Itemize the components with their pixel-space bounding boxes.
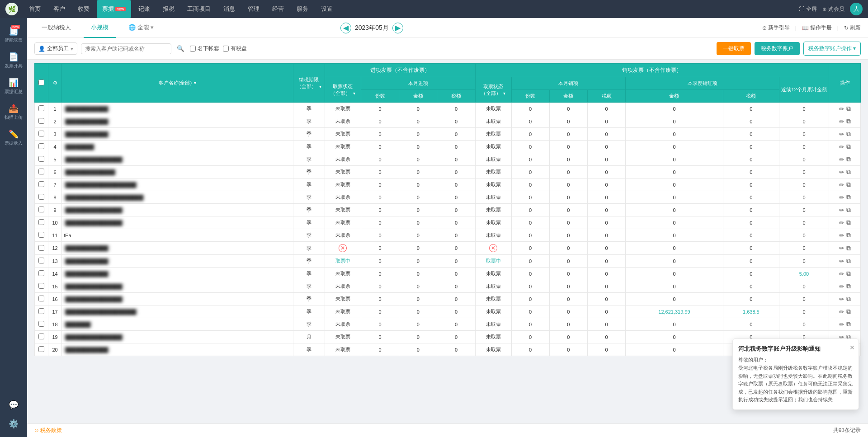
th-out-status[interactable]: 取票状态（全部） ▾ [475,77,511,103]
row-checkbox-cell[interactable] [35,191,48,204]
copy-icon[interactable]: ⧉ [846,219,851,226]
copy-icon[interactable]: ⧉ [846,181,851,188]
copy-icon[interactable]: ⧉ [846,155,851,163]
copy-icon[interactable]: ⧉ [846,231,851,239]
copy-icon[interactable]: ⧉ [846,244,851,252]
nav-item-service[interactable]: 服务 [291,0,314,18]
row-checkbox-cell[interactable] [35,166,48,179]
nav-item-fee[interactable]: 收费 [72,0,95,18]
nav-item-home[interactable]: 首页 [24,0,46,18]
nav-item-tax[interactable]: 报税 [157,0,180,18]
sidebar-item-summary[interactable]: 📊 票据汇总 [0,74,27,98]
sidebar-item-scan-upload[interactable]: 📤 扫描上传 [0,100,27,124]
app-logo[interactable]: 🌿 [5,3,18,15]
row-checkbox[interactable] [38,207,44,212]
edit-icon[interactable]: ✏ [839,258,844,265]
row-checkbox-cell[interactable] [35,115,48,128]
th-settings[interactable]: ⚙ [48,64,62,103]
row-checkbox[interactable] [38,181,44,187]
digital-tax-btn[interactable]: 税务数字账户 [755,42,800,55]
edit-icon[interactable]: ✏ [839,118,844,125]
select-all-checkbox[interactable] [38,80,44,85]
row-checkbox[interactable] [38,283,44,289]
copy-icon[interactable]: ⧉ [846,117,851,125]
row-checkbox[interactable] [38,232,44,238]
refresh-link[interactable]: ↻ 刷新 [844,24,861,32]
edit-icon[interactable]: ✏ [839,296,844,303]
row-checkbox[interactable] [38,143,44,149]
one-click-btn[interactable]: 一键取票 [717,42,751,55]
row-checkbox-cell[interactable] [35,318,48,331]
copy-icon[interactable]: ⧉ [846,257,851,265]
row-checkbox[interactable] [38,296,44,301]
row-checkbox[interactable] [38,105,44,111]
row-checkbox-cell[interactable] [35,293,48,305]
nav-item-message[interactable]: 消息 [218,0,241,18]
nav-item-manage[interactable]: 管理 [242,0,265,18]
edit-icon[interactable]: ✏ [839,105,844,113]
row-checkbox[interactable] [38,258,44,263]
row-checkbox-cell[interactable] [35,229,48,242]
edit-icon[interactable]: ✏ [839,270,844,277]
edit-icon[interactable]: ✏ [839,219,844,226]
copy-icon[interactable]: ⧉ [846,308,851,315]
tab-full-capability[interactable]: 🌐 全能 ▾ [121,18,161,38]
edit-icon[interactable]: ✏ [839,207,844,214]
edit-icon[interactable]: ✏ [839,308,844,315]
user-avatar[interactable]: 人 [850,3,863,15]
edit-icon[interactable]: ✏ [839,321,844,328]
sidebar-item-config[interactable]: ⚙️ [7,415,20,432]
row-checkbox-cell[interactable] [35,179,48,191]
copy-icon[interactable]: ⧉ [846,105,851,113]
period-filter-icon[interactable]: ▾ [319,84,321,89]
tax-disk-checkbox[interactable] [223,46,229,52]
edit-icon[interactable]: ✏ [839,143,844,150]
row-checkbox-cell[interactable] [35,103,48,115]
staff-filter[interactable]: 👤 全部员工 ▾ [34,42,77,55]
copy-icon[interactable]: ⧉ [846,295,851,303]
copy-icon[interactable]: ⧉ [846,206,851,214]
copy-icon[interactable]: ⧉ [846,193,851,201]
tab-small-scale[interactable]: 小规模 [84,18,116,38]
manual-link[interactable]: 📖 操作手册 [802,24,832,32]
row-checkbox-cell[interactable] [35,153,48,166]
row-checkbox-cell[interactable] [35,331,48,343]
tab-general-taxpayer[interactable]: 一般纳税人 [34,18,78,38]
row-checkbox[interactable] [38,321,44,327]
edit-icon[interactable]: ✏ [839,156,844,163]
nav-item-client[interactable]: 客户 [48,0,71,18]
tax-disk-checkbox-label[interactable]: 有税盘 [223,45,247,52]
row-checkbox[interactable] [38,118,44,124]
sidebar-item-smart-ticket[interactable]: 🧾 new 智能取票 [0,23,27,47]
sidebar-item-chat[interactable]: 💬 [7,396,20,414]
subledger-checkbox[interactable] [190,46,196,52]
subledger-checkbox-label[interactable]: 名下帐套 [190,45,219,52]
row-checkbox-cell[interactable] [35,141,48,153]
row-checkbox-cell[interactable] [35,268,48,280]
in-status-filter-icon[interactable]: ▾ [353,91,355,96]
edit-icon[interactable]: ✏ [839,244,844,252]
nav-item-invoice[interactable]: 票据 new [97,0,131,18]
row-checkbox-cell[interactable] [35,242,48,255]
th-in-status[interactable]: 取票状态（全部） ▾ [325,77,361,103]
edit-icon[interactable]: ✏ [839,131,844,138]
row-checkbox[interactable] [38,308,44,314]
row-checkbox[interactable] [38,334,44,339]
row-checkbox[interactable] [38,131,44,136]
row-checkbox[interactable] [38,245,44,251]
row-checkbox-cell[interactable] [35,343,48,356]
edit-icon[interactable]: ✏ [839,232,844,239]
copy-icon[interactable]: ⧉ [846,143,851,150]
row-checkbox[interactable] [38,346,44,352]
sidebar-item-open-invoice[interactable]: 📄 发票开具 [0,48,27,72]
fullscreen-btn[interactable]: ⛶ 全屏 [799,5,816,13]
edit-icon[interactable]: ✏ [839,283,844,290]
nav-item-operation[interactable]: 经营 [267,0,289,18]
search-button[interactable]: 🔍 [175,43,186,54]
row-checkbox[interactable] [38,194,44,200]
row-checkbox-cell[interactable] [35,305,48,318]
row-checkbox-cell[interactable] [35,280,48,293]
row-checkbox-cell[interactable] [35,204,48,216]
th-tax-period[interactable]: 纳税期限（全部） ▾ [293,64,325,103]
notification-close[interactable]: ✕ [849,343,855,352]
